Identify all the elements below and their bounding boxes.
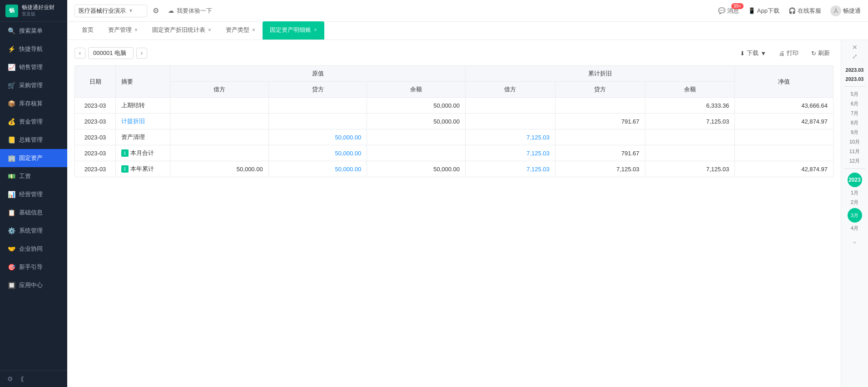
timeline-year-2023-top[interactable]: 2023.03 [846,67,864,73]
print-button[interactable]: 🖨 打印 [775,47,802,59]
tab-depreciation-close[interactable]: × [208,27,211,33]
sidebar-item-quick-nav[interactable]: ⚡ 快捷导航 [0,40,67,58]
col-orig-credit-header: 贷方 [268,82,367,98]
messages-button[interactable]: 💬 消息 99+ [718,7,739,15]
sidebar-item-guide[interactable]: 🎯 新手引导 [0,258,67,276]
tab-asset-management-close[interactable]: × [134,27,138,33]
nav-icon-sales: 📈 [7,63,15,71]
cell-summary: Σ 本月合计 [116,145,170,161]
topbar-right: 💬 消息 99+ 📱 App下载 🎧 在线客服 人 畅捷通 [718,5,861,16]
settings-icon[interactable]: ⚙ [7,375,13,382]
sidebar-item-enterprise[interactable]: 🤝 企业协同 [0,240,67,258]
company-chevron-icon: ▼ [129,8,133,13]
timeline-9[interactable]: 9月 [841,128,868,137]
app-download-button[interactable]: 📱 App下载 [748,7,779,15]
user-button[interactable]: 人 畅捷通 [830,5,861,16]
sidebar-item-sales[interactable]: 📈 销售管理 [0,58,67,76]
nav-icon-purchase: 🛒 [7,81,15,89]
timeline-year-2023-second[interactable]: 2023.03 [846,76,864,82]
sidebar-item-capital[interactable]: 💰 资金管理 [0,113,67,131]
cell-date: 2023-03 [75,161,116,177]
table-row: 2023-03 计提折旧 50,000.00 791.67 7,125.03 4… [75,114,833,129]
customer-service-button[interactable]: 🎧 在线客服 [789,7,821,15]
experience-cloud-icon: ☁ [168,7,174,14]
refresh-label: 刷新 [818,49,830,57]
cell-acc-credit [555,98,645,114]
tab-asset-management[interactable]: 资产管理 × [101,21,145,40]
cell-summary: 计提折旧 [116,114,170,129]
sidebar-item-basic-info[interactable]: 📋 基础信息 [0,203,67,222]
sidebar-item-fixed-assets[interactable]: 🏢 固定资产 [0,149,67,167]
cell-orig-debit: 50,000.00 [170,161,269,177]
download-button[interactable]: ⬇ 下载 ▼ [736,47,770,59]
tab-home[interactable]: 首页 [74,21,101,40]
tab-asset-management-label: 资产管理 [108,26,132,34]
sidebar-item-purchase[interactable]: 🛒 采购管理 [0,76,67,94]
tab-asset-type[interactable]: 资产类型 × [218,21,263,40]
tab-depreciation-label: 固定资产折旧统计表 [152,26,205,34]
company-selector[interactable]: 医疗器械行业演示 ▼ [74,5,147,17]
timeline-11[interactable]: 11月 [841,147,868,156]
asset-id-label: 000001 电脑 [93,49,126,57]
next-button[interactable]: › [136,48,147,59]
table-row: 2023-03 Σ 本年累计 50,000.00 50,000.00 50,00… [75,161,833,177]
cell-orig-balance: 50,000.00 [367,98,466,114]
cell-orig-debit [170,145,269,161]
nav-label-sales: 销售管理 [19,63,43,71]
panel-close-icon[interactable]: ✕ [852,44,858,51]
panel-down-arrow[interactable]: ⌄ [852,237,858,245]
timeline-12[interactable]: 12月 [841,156,868,166]
timeline-divider-1 [844,86,865,87]
refresh-icon: ↻ [811,50,816,57]
timeline-1[interactable]: 1月 [841,188,868,198]
cell-acc-credit: 791.67 [555,145,645,161]
sidebar: 畅 畅捷通好业财 普及版 🔍 搜索菜单 ⚡ 快捷导航 📈 销售管理 🛒 采购管理… [0,0,67,387]
tab-depreciation-table[interactable]: 固定资产折旧统计表 × [145,21,218,40]
collapse-icon[interactable]: ⟪ [20,375,24,382]
col-net-value-header: 净值 [735,66,833,98]
settings-gear-icon[interactable]: ⚙ [153,6,159,15]
cell-date: 2023-03 [75,145,116,161]
timeline-3[interactable]: 3月 [848,208,862,223]
col-orig-debit-header: 借方 [170,82,269,98]
panel-expand-icon[interactable]: ⤢ [852,53,858,60]
company-name: 医疗器械行业演示 [79,7,126,15]
nav-label-basic-info: 基础信息 [19,208,43,217]
cell-acc-balance [645,129,735,145]
sidebar-item-app-center[interactable]: 🔲 应用中心 [0,276,67,294]
cell-orig-balance: 50,000.00 [367,161,466,177]
tab-asset-detail-ledger[interactable]: 固定资产明细账 × [263,21,324,40]
cell-orig-balance: 50,000.00 [367,114,466,129]
timeline-year-marker[interactable]: 2023 [848,173,862,187]
timeline-8[interactable]: 8月 [841,118,868,128]
timeline-5[interactable]: 5月 [841,89,868,99]
asset-detail-table: 日期 摘要 原值 累计折旧 净值 借方 贷方 余额 借方 贷方 余额 [74,65,833,177]
table-row: 2023-03 Σ 本月合计 50,000.00 7,125.03 791.67 [75,145,833,161]
cell-acc-credit: 7,125.03 [555,161,645,177]
cell-acc-debit [466,98,556,114]
sidebar-item-operations[interactable]: 📊 经营管理 [0,185,67,203]
timeline-2[interactable]: 2月 [841,198,868,207]
sidebar-item-search[interactable]: 🔍 搜索菜单 [0,22,67,40]
tabbar: 首页 资产管理 × 固定资产折旧统计表 × 资产类型 × 固定资产明细账 × [67,22,868,40]
col-original-value-header: 原值 [170,66,466,82]
sidebar-item-payroll[interactable]: 💵 工资 [0,167,67,185]
timeline-4[interactable]: 4月 [841,223,868,233]
prev-button[interactable]: ‹ [74,48,85,59]
timeline-6[interactable]: 6月 [841,99,868,109]
tab-asset-detail-close[interactable]: × [314,27,317,33]
col-summary-header: 摘要 [116,66,170,98]
sidebar-item-inventory[interactable]: 📦 库存核算 [0,94,67,113]
cell-orig-debit [170,114,269,129]
cell-orig-credit: 50,000.00 [268,145,367,161]
sidebar-item-general-ledger[interactable]: 📒 总账管理 [0,131,67,149]
refresh-button[interactable]: ↻ 刷新 [808,47,833,59]
nav-label-purchase: 采购管理 [19,81,43,89]
experience-button[interactable]: ☁ 我要体验一下 [168,7,212,15]
timeline-10[interactable]: 10月 [841,137,868,147]
tab-asset-type-close[interactable]: × [252,27,255,33]
main-area: 医疗器械行业演示 ▼ ⚙ ☁ 我要体验一下 💬 消息 99+ 📱 App下载 🎧… [67,0,868,387]
table-container: 日期 摘要 原值 累计折旧 净值 借方 贷方 余额 借方 贷方 余额 [74,65,833,380]
timeline-7[interactable]: 7月 [841,109,868,118]
sidebar-item-system[interactable]: ⚙️ 系统管理 [0,222,67,240]
